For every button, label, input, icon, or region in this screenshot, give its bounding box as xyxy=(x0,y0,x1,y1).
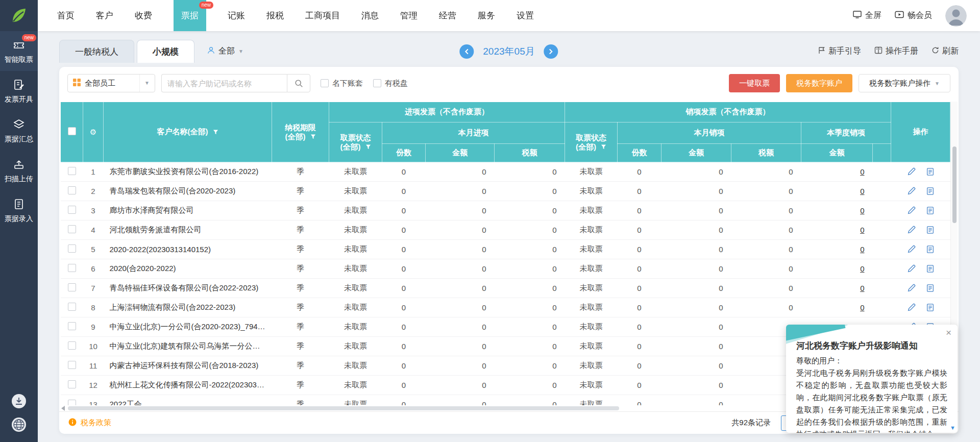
edit-icon[interactable] xyxy=(907,226,916,234)
customer-name[interactable]: 内蒙古神运环保科技有限公司(合2018-2023) xyxy=(104,356,272,376)
org-filter-dropdown[interactable]: 全部 ▼ xyxy=(207,40,243,63)
edit-icon[interactable] xyxy=(907,245,916,254)
tab-small-scale[interactable]: 小规模 xyxy=(137,40,194,63)
edit-icon[interactable] xyxy=(907,284,916,292)
table-row[interactable]: 3 廊坊市水泽商贸有限公司 季 未取票 0 0 0 未取票 0 0 0 0 xyxy=(61,201,950,220)
tab-general-taxpayer[interactable]: 一般纳税人 xyxy=(59,40,134,63)
nav-item[interactable]: 收费 xyxy=(135,0,152,31)
row-checkbox[interactable] xyxy=(68,206,76,214)
table-row[interactable]: 8 上海漴轲物流有限公司(合2022-2023) 季 未取票 0 0 0 未取票… xyxy=(61,298,950,317)
quarter-amount-link[interactable]: 0 xyxy=(860,206,864,215)
nav-item[interactable]: 首页 xyxy=(57,0,75,31)
row-checkbox[interactable] xyxy=(68,400,76,405)
row-checkbox[interactable] xyxy=(68,186,76,194)
table-row[interactable]: 1 东莞市鹏玻实业投资有限公司(合2016-2022) 季 未取票 0 0 0 … xyxy=(61,162,950,182)
edit-icon[interactable] xyxy=(907,167,916,176)
nav-item[interactable]: 工商项目 xyxy=(305,0,340,31)
select-all-checkbox[interactable] xyxy=(68,127,76,135)
filter-funnel-icon[interactable] xyxy=(213,128,218,136)
edit-icon[interactable] xyxy=(907,264,916,273)
has-tax-disk-checkbox[interactable]: 有税盘 xyxy=(373,79,408,88)
filter-funnel-icon[interactable] xyxy=(601,142,606,152)
next-month-button[interactable] xyxy=(544,44,558,59)
customer-name[interactable]: 河北领航劳务派遣有限公司 xyxy=(104,220,272,240)
refresh-link[interactable]: 刷新 xyxy=(932,46,959,57)
vertical-scrollbar-thumb[interactable] xyxy=(952,146,957,223)
quarter-amount-link[interactable]: 0 xyxy=(860,167,864,176)
table-row[interactable]: 5 2020-2022(20230313140152) 季 未取票 0 0 0 … xyxy=(61,240,950,259)
row-checkbox[interactable] xyxy=(68,225,76,233)
customer-name[interactable]: 中海立业(北京)建筑有限公司乌海第一分公司(... xyxy=(104,337,272,356)
row-checkbox[interactable] xyxy=(68,167,76,175)
manual-link[interactable]: 操作手册 xyxy=(874,46,918,57)
customer-name[interactable]: 2020-2022(20230313140152) xyxy=(104,240,272,259)
customer-name[interactable]: 中海立业(北京)一分公司(合2020-2023)_79475... xyxy=(104,317,272,337)
nav-item[interactable]: 票据 new xyxy=(174,0,206,31)
customer-name[interactable]: 上海漴轲物流有限公司(合2022-2023) xyxy=(104,298,272,317)
invoice-detail-icon[interactable] xyxy=(926,245,935,254)
row-checkbox[interactable] xyxy=(68,322,76,330)
quarter-amount-link[interactable]: 0 xyxy=(860,226,864,234)
current-month[interactable]: 2023年05月 xyxy=(483,45,534,58)
quarter-amount-link[interactable]: 0 xyxy=(860,284,864,292)
customer-name[interactable]: 东莞市鹏玻实业投资有限公司(合2016-2022) xyxy=(104,162,272,182)
row-checkbox[interactable] xyxy=(68,303,76,311)
sidebar-item-invoice-issue[interactable]: 发票开具 xyxy=(0,71,38,111)
sidebar-item-scan-upload[interactable]: 扫描上传 xyxy=(0,151,38,190)
table-row[interactable]: 7 青岛特福佳环保设备有限公司(合2022-2023) 季 未取票 0 0 0 … xyxy=(61,279,950,298)
table-row[interactable]: 6 2020(合2020-2022) 季 未取票 0 0 0 未取票 0 0 0… xyxy=(61,259,950,279)
nav-item[interactable]: 管理 xyxy=(400,0,418,31)
close-icon[interactable]: × xyxy=(946,328,951,337)
sidebar-item-smart-fetch[interactable]: new 智能取票 xyxy=(0,31,38,71)
invoice-detail-icon[interactable] xyxy=(926,206,935,215)
quarter-amount-link[interactable]: 0 xyxy=(860,303,864,312)
globe-icon[interactable] xyxy=(11,416,27,433)
col-settings[interactable]: ⚙ xyxy=(83,102,104,162)
invoice-detail-icon[interactable] xyxy=(926,167,935,176)
nav-item[interactable]: 经营 xyxy=(439,0,456,31)
col-output-status[interactable]: 取票状态(全部) xyxy=(565,122,618,162)
col-tax-period[interactable]: 纳税期限(全部) xyxy=(272,102,329,162)
filter-funnel-icon[interactable] xyxy=(310,132,316,141)
row-checkbox[interactable] xyxy=(68,380,76,388)
col-select-all[interactable] xyxy=(61,102,83,162)
invoice-detail-icon[interactable] xyxy=(926,226,935,234)
col-input-status[interactable]: 取票状态(全部) xyxy=(329,122,382,162)
member-button[interactable]: 畅会员 xyxy=(895,10,932,21)
customer-name[interactable]: 廊坊市水泽商贸有限公司 xyxy=(104,201,272,220)
table-row[interactable]: 4 河北领航劳务派遣有限公司 季 未取票 0 0 0 未取票 0 0 0 0 xyxy=(61,220,950,240)
scroll-left-arrow-icon[interactable] xyxy=(61,406,65,411)
edit-icon[interactable] xyxy=(907,206,916,215)
table-row[interactable]: 2 青岛瑞发包装有限公司(合2020-2023) 季 未取票 0 0 0 未取票… xyxy=(61,182,950,201)
invoice-detail-icon[interactable] xyxy=(926,284,935,292)
customer-name[interactable]: 杭州杠上花文化传播有限公司-2022(20230310... xyxy=(104,376,272,395)
sidebar-item-invoice-entry[interactable]: 票据录入 xyxy=(0,190,38,230)
avatar[interactable] xyxy=(945,5,967,27)
row-checkbox[interactable] xyxy=(68,264,76,272)
download-icon[interactable] xyxy=(11,393,27,409)
row-checkbox[interactable] xyxy=(68,361,76,369)
invoice-detail-icon[interactable] xyxy=(926,303,935,312)
employee-filter-dropdown[interactable]: 全部员工 ▼ xyxy=(67,74,155,92)
nav-item[interactable]: 消息 xyxy=(361,0,379,31)
customer-name[interactable]: 青岛瑞发包装有限公司(合2020-2023) xyxy=(104,182,272,201)
invoice-detail-icon[interactable] xyxy=(926,264,935,273)
nav-item[interactable]: 报税 xyxy=(266,0,284,31)
quarter-amount-link[interactable]: 0 xyxy=(860,245,864,254)
search-button[interactable] xyxy=(287,74,310,92)
row-checkbox[interactable] xyxy=(68,283,76,291)
col-customer-name[interactable]: 客户名称(全部) xyxy=(104,102,272,162)
nav-item[interactable]: 服务 xyxy=(478,0,495,31)
invoice-detail-icon[interactable] xyxy=(926,187,935,195)
one-click-fetch-button[interactable]: 一键取票 xyxy=(729,74,780,92)
row-checkbox[interactable] xyxy=(68,341,76,350)
horizontal-scrollbar-thumb[interactable] xyxy=(68,406,619,410)
tax-policy-link[interactable]: 税务政策 xyxy=(81,418,111,428)
customer-name[interactable]: 2022工会 xyxy=(104,395,272,406)
scroll-down-arrow-icon[interactable]: ▼ xyxy=(950,425,955,431)
search-input[interactable] xyxy=(161,74,287,92)
edit-icon[interactable] xyxy=(907,187,916,195)
nav-item[interactable]: 记账 xyxy=(228,0,245,31)
customer-name[interactable]: 青岛特福佳环保设备有限公司(合2022-2023) xyxy=(104,279,272,298)
filter-funnel-icon[interactable] xyxy=(365,142,371,152)
